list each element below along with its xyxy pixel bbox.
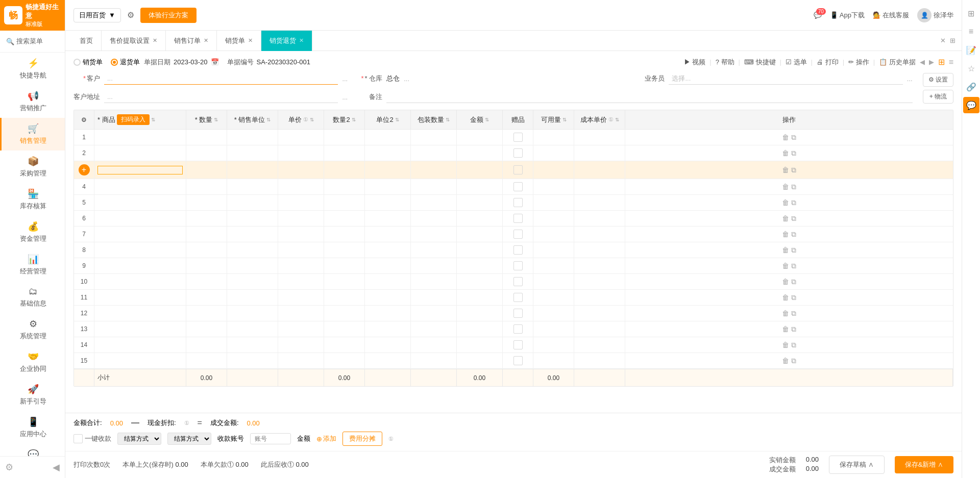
row-3-qty2[interactable] xyxy=(324,161,365,179)
radio-delivery[interactable]: 销货单 xyxy=(74,58,103,67)
tab-sales-return-close[interactable]: ✕ xyxy=(299,37,304,44)
sidebar-item-marketing[interactable]: 📢 营销推广 xyxy=(0,85,65,118)
sidebar-item-operations[interactable]: 📊 经营管理 xyxy=(0,248,65,281)
sub-settlement-select[interactable]: 结算方式 xyxy=(167,433,211,445)
sidebar-item-purchase[interactable]: 📦 采购管理 xyxy=(0,150,65,183)
row-2-qty[interactable] xyxy=(186,145,227,161)
th-settings[interactable]: ⚙ xyxy=(74,110,94,129)
scan-btn[interactable]: 扫码录入 xyxy=(117,114,150,125)
row-3-gift-check[interactable] xyxy=(513,165,523,174)
address-input[interactable] xyxy=(104,91,338,103)
row-6-gift-check[interactable] xyxy=(513,214,523,223)
online-service-btn[interactable]: 💁 在线客服 xyxy=(873,11,909,20)
topbar-gear-icon[interactable]: ⚙ xyxy=(127,10,134,20)
settlement-select[interactable]: 结算方式 xyxy=(117,433,161,445)
row-2-cost[interactable] xyxy=(574,145,625,161)
sidebar-item-quick-nav[interactable]: ⚡ 快捷导航 xyxy=(0,53,65,85)
expense-split-btn[interactable]: 费用分摊 xyxy=(342,432,382,446)
tab-sales-order[interactable]: 销售订单 ✕ xyxy=(166,31,217,51)
select-order-btn[interactable]: ☑ 选单 xyxy=(786,58,807,67)
row-2-unit2[interactable] xyxy=(365,145,411,161)
right-panel-list-icon[interactable]: ≡ xyxy=(963,23,979,40)
nav-prev-icon[interactable]: ◀ xyxy=(920,58,925,66)
row-4-delete[interactable]: 🗑 xyxy=(782,183,789,191)
row-9-copy[interactable]: ⧉ xyxy=(791,262,796,270)
row-8-delete[interactable]: 🗑 xyxy=(782,246,789,254)
right-panel-note-icon[interactable]: 📝 xyxy=(963,42,979,58)
address-dots[interactable]: ... xyxy=(342,93,348,101)
customer-input[interactable] xyxy=(104,72,338,85)
row-2-qty2[interactable] xyxy=(324,145,365,161)
print-btn[interactable]: 🖨 打印 xyxy=(817,58,839,67)
row-9-gift-check[interactable] xyxy=(513,261,523,270)
th-qty2-sort[interactable]: ⇅ xyxy=(352,117,356,122)
row-5-copy[interactable]: ⧉ xyxy=(791,198,796,207)
row-2-copy[interactable]: ⧉ xyxy=(791,149,796,158)
customer-dots[interactable]: ... xyxy=(342,75,348,83)
row-15-delete[interactable]: 🗑 xyxy=(782,357,789,365)
row-2-gift-check[interactable] xyxy=(513,148,523,158)
th-qty-sort[interactable]: ⇅ xyxy=(214,117,218,122)
row-2-pkg[interactable] xyxy=(411,145,457,161)
th-unit2-sort[interactable]: ⇅ xyxy=(395,117,399,122)
account-input[interactable] xyxy=(250,433,291,444)
row-15-copy[interactable]: ⧉ xyxy=(791,357,796,365)
row-1-price[interactable] xyxy=(278,130,324,145)
row-7-gift-check[interactable] xyxy=(513,230,523,239)
row-9-delete[interactable]: 🗑 xyxy=(782,262,789,270)
right-panel-chat-icon[interactable]: 💬 xyxy=(963,97,979,113)
row-2-avail[interactable] xyxy=(533,145,574,161)
row-12-delete[interactable]: 🗑 xyxy=(782,309,789,317)
one-click-check-box[interactable] xyxy=(74,434,83,443)
row-3-amount[interactable] xyxy=(457,161,503,179)
nav-next-icon[interactable]: ▶ xyxy=(929,58,934,66)
row-5-gift-check[interactable] xyxy=(513,198,523,207)
th-amount-sort[interactable]: ⇅ xyxy=(485,117,489,122)
add-payment-btn[interactable]: ⊕ 添加 xyxy=(316,434,336,443)
message-btn[interactable]: 💬 70 xyxy=(814,11,822,19)
row-3-gift[interactable] xyxy=(503,161,533,179)
row-11-delete[interactable]: 🗑 xyxy=(782,293,789,301)
row-1-copy[interactable]: ⧉ xyxy=(791,133,796,142)
row-3-pkg[interactable] xyxy=(411,161,457,179)
save-draft-btn[interactable]: 保存草稿 ∧ xyxy=(829,456,885,474)
row-2-product[interactable] xyxy=(94,145,186,161)
row-14-delete[interactable]: 🗑 xyxy=(782,341,789,349)
row-13-delete[interactable]: 🗑 xyxy=(782,325,789,333)
th-pkg-sort[interactable]: ⇅ xyxy=(446,117,450,122)
radio-return[interactable]: 退货单 xyxy=(111,58,140,67)
row-11-gift-check[interactable] xyxy=(513,293,523,302)
settings-form-btn[interactable]: ⚙ 设置 xyxy=(923,73,953,87)
add-row-button[interactable]: + xyxy=(79,164,90,175)
tabs-menu-icon[interactable]: ⊞ xyxy=(950,37,955,44)
row-1-delete[interactable]: 🗑 xyxy=(782,133,789,141)
sidebar-item-appstore[interactable]: 📱 应用中心 xyxy=(0,411,65,444)
video-btn[interactable]: ▶ 视频 xyxy=(684,58,706,67)
row-1-cost[interactable] xyxy=(574,130,625,145)
row-3-cost[interactable] xyxy=(574,161,625,179)
row-7-copy[interactable]: ⧉ xyxy=(791,230,796,239)
close-all-icon[interactable]: ✕ xyxy=(940,37,946,44)
row-10-gift-check[interactable] xyxy=(513,277,523,286)
row-1-gift-check[interactable] xyxy=(513,133,523,142)
right-panel-table-icon[interactable]: ⊞ xyxy=(963,5,979,21)
calendar-icon[interactable]: 📅 xyxy=(211,58,219,66)
row-3-add-btn[interactable]: + xyxy=(74,161,94,179)
tab-home[interactable]: 首页 xyxy=(71,31,102,51)
row-4-copy[interactable]: ⧉ xyxy=(791,183,796,191)
operations-btn[interactable]: ✏ 操作 xyxy=(848,58,869,67)
tab-sales-order-close[interactable]: ✕ xyxy=(204,37,208,44)
sidebar-item-enterprise[interactable]: 🤝 企业协同 xyxy=(0,346,65,379)
th-price-sort[interactable]: ⇅ xyxy=(310,117,314,122)
row-1-avail[interactable] xyxy=(533,130,574,145)
row-2-price[interactable] xyxy=(278,145,324,161)
th-avail-sort[interactable]: ⇅ xyxy=(562,117,567,122)
right-panel-link-icon[interactable]: 🔗 xyxy=(963,79,979,95)
warehouse-dots[interactable]: ... xyxy=(404,75,409,83)
row-10-delete[interactable]: 🗑 xyxy=(782,278,789,286)
row-2-delete[interactable]: 🗑 xyxy=(782,149,789,157)
row-8-copy[interactable]: ⧉ xyxy=(791,246,796,255)
row-3-avail[interactable] xyxy=(533,161,574,179)
row-4-gift-check[interactable] xyxy=(513,182,523,191)
row-1-gift[interactable] xyxy=(503,130,533,145)
